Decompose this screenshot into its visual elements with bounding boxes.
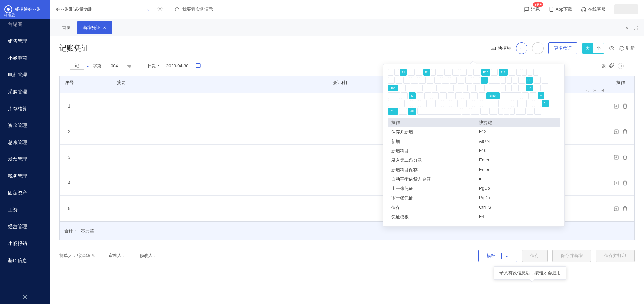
sidebar-item[interactable]: 小畅电商 bbox=[0, 50, 50, 67]
keyboard-key bbox=[534, 100, 541, 107]
keyboard-key bbox=[444, 69, 451, 76]
template-button[interactable]: 模板 ⌄ bbox=[478, 250, 517, 262]
keyboard-key bbox=[417, 92, 423, 99]
keyboard-key bbox=[427, 77, 433, 84]
add-row-icon[interactable] bbox=[614, 180, 619, 186]
summary-cell[interactable] bbox=[79, 93, 163, 119]
size-small[interactable]: 小 bbox=[593, 43, 604, 53]
messages-link[interactable]: 消息 99 + bbox=[524, 6, 540, 12]
delete-row-icon[interactable] bbox=[622, 206, 628, 211]
sidebar-item[interactable]: 电商管理 bbox=[0, 67, 50, 84]
prev-voucher-button[interactable]: ← bbox=[516, 42, 527, 54]
sidebar-item[interactable]: 基础信息 bbox=[0, 252, 50, 269]
close-icon[interactable]: ✕ bbox=[103, 26, 106, 30]
keyboard-key bbox=[530, 92, 536, 99]
keyboard-key: + bbox=[538, 92, 544, 99]
sidebar-item[interactable]: 经营管理 bbox=[0, 218, 50, 235]
sidebar-item[interactable]: 库存核算 bbox=[0, 100, 50, 117]
keyboard-key bbox=[498, 100, 512, 107]
keyboard-key: En bbox=[542, 100, 549, 107]
sidebar-item[interactable]: 资金管理 bbox=[0, 117, 50, 134]
preview-button[interactable] bbox=[609, 45, 614, 51]
svg-rect-6 bbox=[491, 47, 495, 50]
shortcut-op: 上一张凭证 bbox=[391, 186, 479, 192]
shortcut-key: PgDn bbox=[479, 195, 556, 201]
save-button: 保存 bbox=[522, 250, 548, 262]
sidebar-item[interactable]: 固定资产 bbox=[0, 185, 50, 202]
download-link[interactable]: App下载 bbox=[549, 6, 572, 12]
keyboard-key: F1 bbox=[400, 69, 407, 76]
add-row-icon[interactable] bbox=[614, 129, 619, 134]
sidebar: 营销圈 销售管理 小畅电商 电商管理 采购管理 库存核算 资金管理 总账管理 发… bbox=[0, 19, 50, 304]
keyboard-key bbox=[473, 69, 480, 76]
add-row-icon[interactable] bbox=[614, 103, 619, 109]
keyboard-key bbox=[422, 85, 429, 91]
keyboard-key: Alt bbox=[408, 108, 416, 115]
summary-cell[interactable] bbox=[79, 170, 163, 195]
sidebar-item[interactable]: 营销圈 bbox=[0, 19, 50, 33]
attachment-icon[interactable] bbox=[609, 63, 614, 69]
org-selector[interactable]: 好业财测试-量勿删 ⌄ bbox=[56, 6, 150, 12]
keyboard-key bbox=[510, 108, 515, 115]
add-row-icon[interactable] bbox=[614, 155, 619, 160]
shortcut-key: Enter bbox=[479, 157, 556, 163]
keyboard-key bbox=[471, 92, 478, 99]
size-large[interactable]: 大 bbox=[582, 43, 593, 53]
keyboard-key bbox=[434, 77, 441, 84]
demo-link[interactable]: 我要看实例演示 bbox=[175, 6, 213, 12]
keyboard-key: Enter bbox=[486, 92, 500, 99]
fullscreen-icon[interactable]: ⛶ bbox=[634, 25, 638, 30]
keyboard-key bbox=[518, 77, 525, 84]
sidebar-item[interactable]: 采购管理 bbox=[0, 84, 50, 100]
sidebar-item[interactable]: 小畅报销 bbox=[0, 235, 50, 252]
size-toggle[interactable]: 大 小 bbox=[582, 43, 604, 54]
tabs-close-all-icon[interactable]: ✕ bbox=[625, 25, 629, 30]
avatar[interactable] bbox=[614, 4, 638, 14]
sum-label: 合计： bbox=[64, 228, 78, 234]
sidebar-item[interactable]: 税务管理 bbox=[0, 168, 50, 185]
keyboard-key bbox=[504, 108, 509, 115]
sidebar-item[interactable]: 工资 bbox=[0, 202, 50, 218]
gear-icon[interactable] bbox=[157, 6, 163, 12]
keyboard-key bbox=[451, 100, 458, 107]
sidebar-item[interactable]: 发票管理 bbox=[0, 151, 50, 168]
shortcut-row: 下一张凭证PgDn bbox=[388, 193, 560, 203]
delete-row-icon[interactable] bbox=[622, 129, 628, 134]
keyboard-key bbox=[430, 85, 437, 91]
edit-icon[interactable]: ✎ bbox=[91, 253, 95, 258]
delete-row-icon[interactable] bbox=[622, 155, 628, 160]
delete-row-icon[interactable] bbox=[622, 103, 628, 109]
voucher-type-select[interactable]: 记 bbox=[70, 62, 84, 70]
summary-cell[interactable] bbox=[79, 119, 163, 144]
shortcut-button[interactable]: 快捷键 bbox=[491, 45, 511, 51]
voucher-number-input[interactable]: 004 bbox=[104, 63, 124, 69]
row-index: 2 bbox=[60, 119, 79, 144]
delete-row-icon[interactable] bbox=[622, 180, 628, 186]
next-voucher-button[interactable]: → bbox=[532, 42, 544, 54]
date-input[interactable]: 2023-04-30 bbox=[163, 63, 191, 69]
summary-cell[interactable] bbox=[79, 196, 163, 221]
more-vouchers-button[interactable]: 更多凭证 bbox=[548, 42, 577, 54]
col-header-index: 序号 bbox=[60, 76, 79, 93]
sidebar-item[interactable]: 总账管理 bbox=[0, 134, 50, 151]
sidebar-item[interactable]: 销售管理 bbox=[0, 33, 50, 50]
refresh-button[interactable]: 刷新 bbox=[619, 45, 635, 51]
summary-cell[interactable] bbox=[79, 145, 163, 170]
calendar-icon[interactable] bbox=[195, 63, 201, 69]
add-row-icon[interactable] bbox=[614, 206, 619, 211]
attachment-count[interactable]: 0 bbox=[618, 63, 624, 69]
keyboard-key: Up bbox=[526, 77, 533, 84]
support-link[interactable]: 在线客服 bbox=[581, 6, 606, 12]
shortcut-key: F12 bbox=[479, 129, 556, 135]
keyboard-key bbox=[526, 100, 533, 107]
keyboard-key bbox=[396, 77, 402, 84]
tab-home[interactable]: 首页 bbox=[56, 21, 77, 34]
keyboard-key: F12 bbox=[499, 69, 508, 76]
tab-new-voucher[interactable]: 新增凭证 ✕ bbox=[77, 21, 112, 34]
keyboard-key bbox=[491, 69, 498, 76]
shortcut-op: 保存 bbox=[391, 205, 479, 211]
eye-icon bbox=[609, 45, 614, 51]
keyboard-key bbox=[424, 92, 431, 99]
keyboard-key: = bbox=[481, 77, 488, 84]
sidebar-settings-icon[interactable] bbox=[0, 291, 50, 304]
